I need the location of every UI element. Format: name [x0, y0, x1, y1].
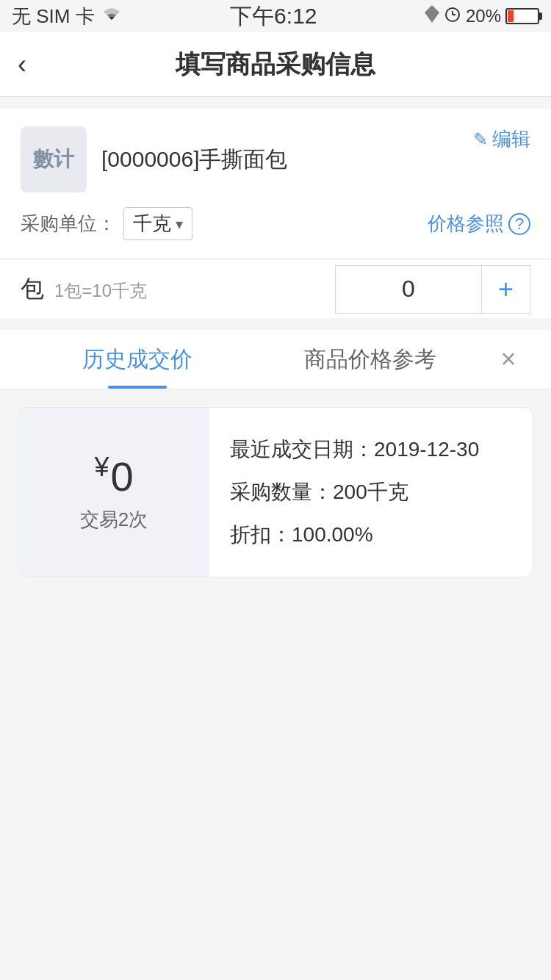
price-card: ¥0 交易2次 最近成交日期：2019-12-30 采购数量：200千克 折扣：…	[18, 407, 533, 577]
detail-qty-value: 200千克	[333, 480, 408, 503]
price-details: 最近成交日期：2019-12-30 采购数量：200千克 折扣：100.00%	[209, 408, 533, 577]
price-amount: ¥0	[94, 452, 133, 500]
quantity-input-group: +	[335, 265, 530, 314]
product-left: 數计 [0000006]手撕面包	[21, 126, 287, 192]
detail-date-value: 2019-12-30	[374, 438, 479, 461]
tab-close-button[interactable]: ×	[486, 337, 530, 381]
status-left: 无 SIM 卡	[12, 4, 123, 29]
tab-history-label: 历史成交价	[82, 345, 192, 375]
nav-bar: ‹ 填写商品采购信息	[0, 32, 551, 97]
price-summary: ¥0 交易2次	[18, 408, 209, 577]
chevron-down-icon: ▾	[176, 215, 183, 233]
product-name: [0000006]手撕面包	[101, 145, 287, 175]
transaction-count: 交易2次	[80, 507, 148, 533]
back-button[interactable]: ‹	[18, 49, 26, 80]
product-thumbnail: 數计	[21, 126, 87, 192]
detail-discount-value: 100.00%	[292, 523, 373, 546]
battery-percent: 20%	[466, 6, 501, 26]
alarm-icon	[444, 5, 461, 27]
status-bar: 无 SIM 卡 下午6:12 20%	[0, 0, 551, 32]
quantity-input[interactable]	[335, 265, 482, 314]
detail-discount-label: 折扣：	[230, 523, 292, 546]
tab-product-price-ref[interactable]: 商品价格参考	[253, 330, 486, 389]
sim-text: 无 SIM 卡	[12, 4, 95, 29]
price-detail-discount: 折扣：100.00%	[230, 519, 512, 550]
page-title: 填写商品采购信息	[176, 48, 375, 82]
edit-icon: ✎	[473, 129, 488, 150]
svg-marker-0	[425, 5, 439, 23]
quantity-plus-button[interactable]: +	[482, 265, 530, 314]
price-reference-button[interactable]: 价格参照 ?	[428, 211, 530, 237]
price-value: 0	[110, 453, 133, 499]
detail-qty-label: 采购数量：	[230, 480, 333, 503]
battery-fill	[508, 10, 514, 22]
help-icon: ?	[508, 213, 530, 235]
wifi-icon	[101, 5, 123, 28]
product-logo: 數计	[33, 145, 74, 173]
battery-icon	[505, 8, 539, 24]
unit-label: 采购单位：	[21, 211, 116, 237]
price-detail-quantity: 采购数量：200千克	[230, 477, 512, 508]
edit-button[interactable]: ✎ 编辑	[473, 126, 530, 152]
price-detail-date: 最近成交日期：2019-12-30	[230, 434, 512, 465]
main-content: 數计 [0000006]手撕面包 ✎ 编辑 采购单位： 千克 ▾ 价格参照 ?	[0, 109, 551, 980]
tab-underline	[108, 386, 167, 389]
quantity-label: 包 1包=10千克	[21, 273, 147, 306]
location-icon	[425, 5, 439, 27]
quantity-section: 包 1包=10千克 +	[0, 259, 551, 318]
qty-conversion: 1包=10千克	[54, 279, 147, 303]
tab-price-ref-label: 商品价格参考	[304, 345, 436, 375]
detail-date-label: 最近成交日期：	[230, 438, 374, 461]
status-time: 下午6:12	[230, 1, 317, 32]
product-unit-row: 采购单位： 千克 ▾ 价格参照 ?	[21, 207, 530, 240]
price-currency: ¥	[94, 452, 109, 482]
unit-select[interactable]: 千克 ▾	[123, 207, 192, 240]
price-ref-label: 价格参照	[428, 211, 504, 237]
tabs-container: 历史成交价 商品价格参考 ×	[0, 330, 551, 389]
tab-history-price[interactable]: 历史成交价	[21, 330, 253, 389]
product-card: 數计 [0000006]手撕面包 ✎ 编辑 采购单位： 千克 ▾ 价格参照 ?	[0, 109, 551, 258]
edit-label: 编辑	[492, 126, 530, 152]
qty-unit: 包	[21, 273, 44, 306]
status-right: 20%	[425, 5, 539, 27]
product-header: 數计 [0000006]手撕面包 ✎ 编辑	[21, 126, 530, 192]
unit-value: 千克	[133, 211, 171, 237]
